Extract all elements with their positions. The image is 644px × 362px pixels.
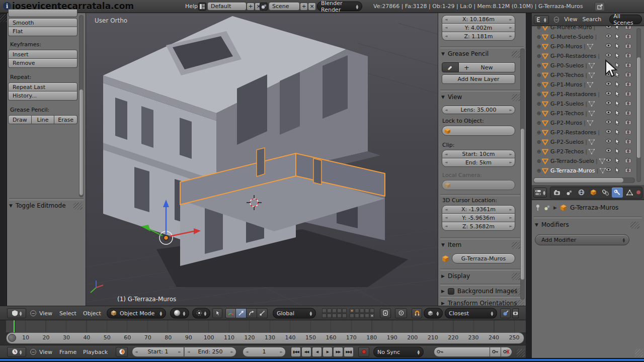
tab-render[interactable] (551, 188, 562, 198)
layer-cell[interactable] (355, 313, 359, 318)
layer-cell[interactable] (350, 313, 354, 318)
lens-field[interactable]: ◄Lens: 35.000► (442, 106, 515, 114)
renderability-camera-icon[interactable] (625, 120, 631, 125)
outliner-item[interactable]: ⊕ G-P0-Restadores | (532, 51, 644, 61)
insert-keyframe-button[interactable] (490, 347, 501, 357)
visibility-eye-icon[interactable] (605, 139, 612, 143)
timeline-frame-ruler[interactable]: 1020304050607080901001101201301401501601… (6, 332, 524, 344)
scene-name-field[interactable]: Scene (269, 2, 300, 11)
selectability-cursor-icon[interactable] (615, 43, 620, 49)
layer-cell[interactable] (365, 308, 369, 313)
selectability-cursor-icon[interactable] (615, 53, 620, 59)
renderability-camera-icon[interactable] (625, 129, 631, 134)
renderability-camera-icon[interactable] (625, 158, 631, 163)
outliner-item[interactable]: ⊕ G-P2-Techos | (532, 147, 644, 156)
mode-select[interactable]: Object Mode ▲▼ (107, 308, 166, 318)
layer-cell[interactable] (342, 313, 347, 318)
play-reverse-button[interactable]: ◀ (312, 347, 322, 357)
visibility-eye-icon[interactable] (605, 120, 612, 124)
corner-resize-grip[interactable] (517, 349, 525, 357)
opengl-render-camera-icon[interactable] (512, 308, 519, 318)
expand-icon[interactable]: ⊕ (536, 82, 542, 87)
layer-cell[interactable] (360, 308, 364, 313)
outliner-item[interactable]: ⊕ G-Murete-Suelo | (532, 32, 644, 42)
tab-material-clipped[interactable] (636, 188, 641, 198)
outliner-item[interactable]: ⊕ G-P0-Techos | (532, 70, 644, 80)
gp-line-button[interactable]: Line (32, 115, 55, 124)
prev-keyframe-button[interactable]: ◀◀ (301, 347, 311, 357)
shade-flat-button[interactable]: Flat (8, 27, 77, 36)
layer-cell[interactable] (350, 308, 354, 313)
outliner-item[interactable]: ⊕ G-Terrado-Suelo | (532, 156, 644, 166)
expand-icon[interactable]: ⊕ (536, 158, 542, 164)
layout-icon[interactable] (198, 3, 206, 11)
visibility-eye-icon[interactable] (605, 110, 612, 115)
rotate-widget-button[interactable] (247, 308, 257, 318)
manipulator-toggle[interactable] (212, 308, 222, 318)
outliner-scope-select[interactable]: All Scenes (609, 15, 642, 24)
cursor-z-field[interactable]: ◄Z: 5.3682m► (442, 222, 515, 231)
menu-frame[interactable]: Frame (59, 348, 76, 355)
proportional-edit-select[interactable] (395, 308, 407, 318)
renderability-camera-icon[interactable] (625, 81, 631, 86)
outliner-item[interactable]: ⊕ G-P1-Restadores | (532, 89, 644, 99)
sync-mode-select[interactable]: No Sync ▲▼ (373, 346, 424, 357)
layer-cell[interactable] (332, 313, 337, 318)
visibility-eye-icon[interactable] (605, 101, 612, 105)
menu-select[interactable]: Select (59, 310, 76, 316)
scale-widget-button[interactable] (257, 308, 268, 318)
outliner-item[interactable]: ⊕ G-P0-Suelos | (532, 61, 644, 70)
selectability-cursor-icon[interactable] (615, 120, 620, 126)
layers-grid-1[interactable] (322, 308, 347, 318)
grease-pencil-panel-header[interactable]: ▼ Grease Pencil (441, 50, 522, 57)
tab-constraints[interactable] (600, 188, 611, 198)
snap-target-select[interactable]: Closest ▲▼ (445, 308, 497, 318)
renderability-camera-icon[interactable] (625, 101, 631, 106)
menu-playback[interactable]: Playback (83, 348, 108, 355)
renderability-camera-icon[interactable] (625, 91, 631, 96)
layer-cell[interactable] (322, 308, 327, 313)
outliner-hscrollbar[interactable] (533, 177, 635, 183)
layer-cell[interactable] (360, 313, 364, 318)
layers-grid-2[interactable] (350, 308, 374, 318)
repeat-last-button[interactable]: Repeat Last (8, 82, 77, 92)
layer-cell[interactable] (327, 308, 332, 313)
gp-new-button[interactable]: + New (459, 62, 515, 72)
outliner-menu-view[interactable]: View (564, 16, 577, 23)
outliner-item[interactable]: ⊕ G-P2-Restadores | (532, 128, 644, 137)
expand-icon[interactable]: ⊕ (536, 111, 542, 116)
clipped-tool-button[interactable] (8, 9, 77, 17)
selectability-cursor-icon[interactable] (615, 148, 620, 154)
tab-object-data[interactable] (624, 188, 635, 198)
grease-pencil-icon-button[interactable] (442, 62, 459, 72)
visibility-eye-icon[interactable] (605, 34, 612, 38)
visibility-eye-icon[interactable] (605, 53, 612, 57)
gp-erase-button[interactable]: Erase (54, 115, 77, 124)
collapse-menus-icon[interactable]: − (30, 310, 36, 316)
layer-cell[interactable] (337, 308, 342, 313)
tool-shelf-scrollbar[interactable] (79, 15, 84, 197)
outliner-item[interactable]: ⊕ G-P1-Suelos | (532, 99, 644, 109)
selectability-cursor-icon[interactable] (615, 139, 620, 145)
expand-icon[interactable]: ⊕ (536, 63, 542, 68)
layer-cell[interactable] (327, 313, 332, 318)
layer-cell[interactable] (370, 308, 374, 313)
jump-to-end-button[interactable]: ▶▶▮ (344, 347, 354, 357)
object-name-field[interactable]: G-Terraza-Muros (452, 253, 515, 263)
dimension-z-field[interactable]: ◄Z: 1.181m► (442, 32, 515, 41)
visibility-eye-icon[interactable] (605, 148, 612, 153)
view-panel-header[interactable]: ▼ View (441, 94, 522, 101)
n-panel-scrollbar[interactable] (520, 48, 525, 300)
visibility-eye-icon[interactable] (605, 158, 612, 162)
selectability-cursor-icon[interactable] (615, 34, 620, 40)
add-modifier-dropdown[interactable]: Add Modifier ▲▼ (535, 234, 629, 245)
visibility-eye-icon[interactable] (605, 129, 612, 134)
visibility-eye-icon[interactable] (605, 167, 612, 172)
tab-world[interactable] (576, 188, 587, 198)
gp-draw-button[interactable]: Draw (8, 115, 32, 124)
local-camera-field[interactable] (442, 180, 515, 190)
collapse-menus-icon[interactable]: − (30, 349, 36, 355)
layer-cell[interactable] (337, 313, 342, 318)
viewport-canvas[interactable] (86, 13, 438, 306)
selectability-cursor-icon[interactable] (615, 91, 620, 97)
